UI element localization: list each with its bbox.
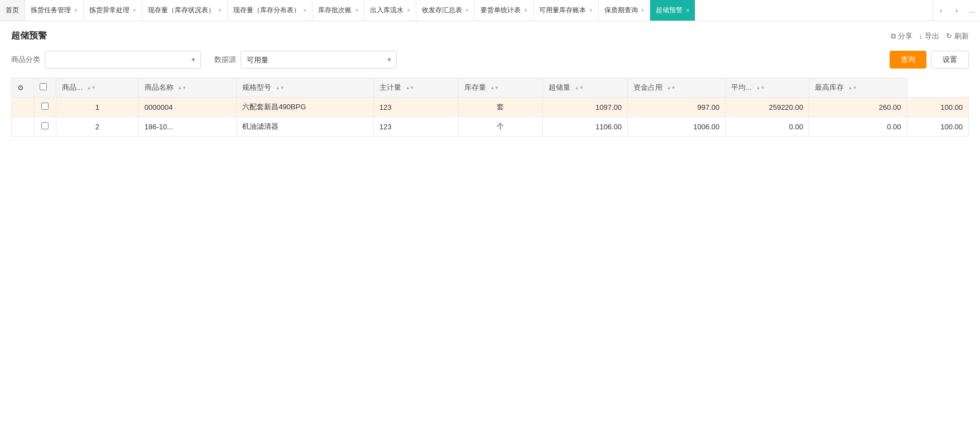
table-header-row: ⚙ 商品... ▲▼ 商品名称 ▲▼ 规格型号 ▲▼ 主计 xyxy=(12,78,969,98)
category-select-wrapper: ▼ xyxy=(45,51,201,69)
tab-overstock[interactable]: 超储预警× xyxy=(650,0,695,21)
th-avg-label: 平均... xyxy=(731,83,752,91)
category-select[interactable] xyxy=(45,51,201,69)
tab-avail-ledger[interactable]: 可用量库存账本× xyxy=(534,0,599,21)
tab-close-recv-summary[interactable]: × xyxy=(465,7,469,13)
page-title: 超储预警 xyxy=(11,30,47,42)
td-inventory-1: 1106.00 xyxy=(543,117,628,137)
th-inventory-label: 库存量 xyxy=(464,83,486,91)
th-unit-label: 主计量 xyxy=(379,83,401,91)
td-inventory-0: 1097.00 xyxy=(543,98,628,117)
tab-close-abnormal[interactable]: × xyxy=(133,7,136,13)
query-button[interactable]: 查询 xyxy=(890,51,926,69)
tab-order-stats[interactable]: 要货单统计表× xyxy=(475,0,534,21)
topbar: 首页拣货任务管理×拣货异常处理×现存量（库存状况表）×现存量（库存分布表）×库存… xyxy=(0,0,980,21)
td-product-code-0: 0000004 xyxy=(138,98,236,117)
export-label: 导出 xyxy=(925,31,939,41)
filter-actions: 查询 设置 xyxy=(890,51,969,69)
td-product-name-1: 机油滤清器 xyxy=(237,117,374,137)
tab-home[interactable]: 首页 xyxy=(0,0,25,21)
th-overstock: 超储量 ▲▼ xyxy=(543,78,628,98)
nav-more-button[interactable]: … xyxy=(964,0,980,21)
tab-close-inventory-status[interactable]: × xyxy=(218,7,222,13)
nav-arrows: ‹ › … xyxy=(933,0,980,21)
th-max-stock: 最高库存 ▲▼ xyxy=(809,78,907,98)
refresh-label: 刷新 xyxy=(954,31,969,41)
refresh-button[interactable]: ↻ 刷新 xyxy=(946,31,969,41)
filter-bar: 商品分类 ▼ 数据源 可用量 库存量 ▼ 查询 设置 xyxy=(11,51,969,69)
datasource-filter: 数据源 可用量 库存量 ▼ xyxy=(214,51,397,69)
tab-inventory-dist[interactable]: 现存量（库存分布表）× xyxy=(228,0,313,21)
td-checkbox-0 xyxy=(34,98,56,117)
tab-inventory-status[interactable]: 现存量（库存状况表）× xyxy=(142,0,228,21)
th-product-code-label: 商品... xyxy=(62,83,83,91)
row-checkbox-0[interactable] xyxy=(41,103,49,110)
tab-close-quality[interactable]: × xyxy=(641,7,645,13)
td-gear-0 xyxy=(12,98,34,117)
td-overstock-0: 997.00 xyxy=(627,98,725,117)
tab-task-mgmt[interactable]: 拣货任务管理× xyxy=(25,0,84,21)
td-product-code-1: 186-10... xyxy=(138,117,236,137)
tab-close-avail-ledger[interactable]: × xyxy=(589,7,593,13)
row-checkbox-1[interactable] xyxy=(41,122,49,129)
tab-inout-flow[interactable]: 出入库流水× xyxy=(364,0,416,21)
th-spec-label: 规格型号 xyxy=(242,83,271,91)
table-row: 10000004六配套新昌490BPG123套1097.00997.002592… xyxy=(12,98,969,117)
table-body: 10000004六配套新昌490BPG123套1097.00997.002592… xyxy=(12,98,969,137)
datasource-select[interactable]: 可用量 库存量 xyxy=(241,51,397,69)
td-num-0: 1 xyxy=(56,98,139,117)
tab-close-overstock[interactable]: × xyxy=(686,7,689,13)
sort-icon-unit: ▲▼ xyxy=(405,86,414,90)
header-actions: ⧉ 分享 ↓ 导出 ↻ 刷新 xyxy=(891,31,969,41)
main-content: 超储预警 ⧉ 分享 ↓ 导出 ↻ 刷新 商品分类 ▼ xyxy=(0,21,980,446)
nav-right-button[interactable]: › xyxy=(949,0,964,21)
table-head: ⚙ 商品... ▲▼ 商品名称 ▲▼ 规格型号 ▲▼ 主计 xyxy=(12,78,969,98)
tab-list: 首页拣货任务管理×拣货异常处理×现存量（库存状况表）×现存量（库存分布表）×库存… xyxy=(0,0,933,21)
sort-icon-avg: ▲▼ xyxy=(756,86,765,90)
td-overstock-1: 1006.00 xyxy=(627,117,725,137)
sort-icon-inventory: ▲▼ xyxy=(490,86,499,90)
td-unit-1: 个 xyxy=(458,117,543,137)
th-avg: 平均... ▲▼ xyxy=(726,78,809,98)
td-product-name-0: 六配套新昌490BPG xyxy=(237,98,374,117)
th-product-name-label: 商品名称 xyxy=(145,83,174,91)
td-num-1: 2 xyxy=(56,117,139,137)
td-gear-1 xyxy=(12,117,34,137)
refresh-icon: ↻ xyxy=(946,32,952,40)
tab-abnormal[interactable]: 拣货异常处理× xyxy=(84,0,142,21)
td-avg-1: 0.00 xyxy=(809,117,907,137)
nav-left-button[interactable]: ‹ xyxy=(933,0,949,21)
share-button[interactable]: ⧉ 分享 xyxy=(891,31,912,41)
td-avg-0: 260.00 xyxy=(809,98,907,117)
export-button[interactable]: ↓ 导出 xyxy=(919,31,940,41)
sort-icon-spec: ▲▼ xyxy=(276,86,285,90)
td-capital-1: 0.00 xyxy=(726,117,809,137)
settings-button[interactable]: 设置 xyxy=(931,51,969,69)
gear-icon: ⚙ xyxy=(17,84,24,92)
export-icon: ↓ xyxy=(919,32,923,40)
td-spec-1: 123 xyxy=(373,117,458,137)
tab-recv-summary[interactable]: 收发存汇总表× xyxy=(416,0,475,21)
tab-close-inout-flow[interactable]: × xyxy=(407,7,410,13)
tab-batch[interactable]: 库存批次账× xyxy=(313,0,364,21)
td-checkbox-1 xyxy=(34,117,56,137)
tab-close-inventory-dist[interactable]: × xyxy=(304,7,307,13)
tab-close-batch[interactable]: × xyxy=(355,7,358,13)
th-capital-label: 资金占用 xyxy=(633,83,662,91)
datasource-label: 数据源 xyxy=(214,55,236,65)
td-max-stock-0: 100.00 xyxy=(907,98,969,117)
td-max-stock-1: 100.00 xyxy=(907,117,969,137)
tab-close-order-stats[interactable]: × xyxy=(524,7,527,13)
data-table: ⚙ 商品... ▲▼ 商品名称 ▲▼ 规格型号 ▲▼ 主计 xyxy=(11,77,969,137)
sort-icon-max-stock: ▲▼ xyxy=(848,86,857,90)
th-checkbox xyxy=(34,78,56,98)
sort-icon-product-name: ▲▼ xyxy=(177,86,186,90)
tab-close-task-mgmt[interactable]: × xyxy=(74,7,78,13)
th-overstock-label: 超储量 xyxy=(549,83,570,91)
th-max-stock-label: 最高库存 xyxy=(815,83,844,91)
select-all-checkbox[interactable] xyxy=(40,83,47,90)
tab-quality[interactable]: 保质期查询× xyxy=(599,0,651,21)
th-inventory: 库存量 ▲▼ xyxy=(458,78,543,98)
sort-icon-overstock: ▲▼ xyxy=(575,86,584,90)
share-label: 分享 xyxy=(898,31,912,41)
